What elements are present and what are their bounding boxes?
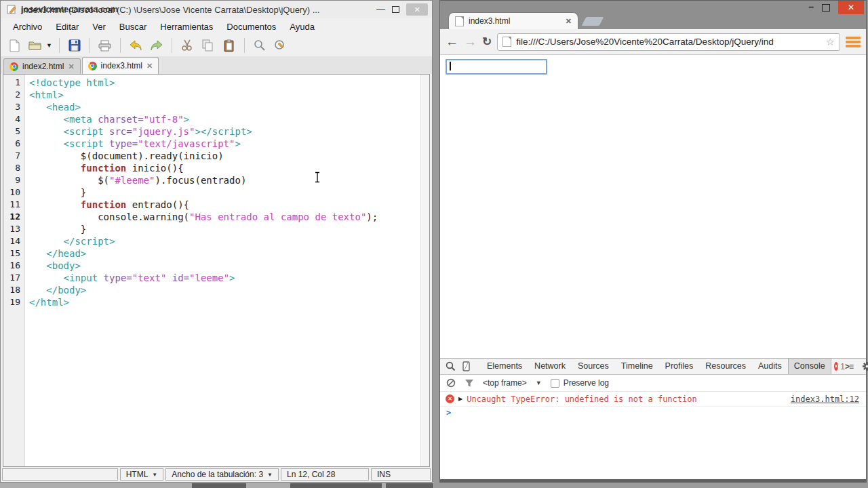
status-language-select[interactable]: HTML ▼ [120, 468, 164, 481]
menu-item-editar[interactable]: Editar [49, 20, 85, 34]
browser-tab[interactable]: index3.html ✕ [448, 12, 578, 29]
toolbar-separator [172, 38, 172, 53]
editor-window-controls: — ✕ [376, 3, 432, 16]
line-number: 12 [3, 211, 24, 223]
menu-item-herramientas[interactable]: Herramientas [153, 20, 220, 34]
code-line-row: 14 </script> [3, 235, 420, 247]
forward-icon[interactable]: → [464, 35, 477, 49]
preserve-log-checkbox[interactable] [551, 379, 559, 388]
open-dropdown-icon[interactable]: ▼ [46, 42, 52, 49]
code-line-text: $(document).ready(inicio) [24, 150, 224, 162]
address-bar[interactable]: file:///C:/Users/Jose%20Vicente%20Carrat… [497, 33, 840, 51]
background-window-fragment [386, 483, 433, 488]
toolbar-separator [59, 38, 60, 53]
back-icon[interactable]: ← [446, 35, 458, 49]
save-icon[interactable] [66, 37, 83, 54]
chevron-down-icon: ▼ [267, 472, 273, 478]
devtools-toolbar: ElementsNetworkSourcesTimelineProfilesRe… [440, 359, 866, 375]
code-line-text: <meta charset="utf-8"> [24, 113, 189, 125]
console-source-link[interactable]: index3.html:12 [791, 394, 859, 404]
code-line-text: } [24, 186, 86, 199]
error-icon: ✕ [446, 394, 454, 403]
menu-item-ayuda[interactable]: Ayuda [283, 20, 321, 34]
preserve-log-label: Preserve log [564, 378, 609, 388]
code-line-row: 16 <body> [3, 260, 420, 272]
code-line-row: 15 </head> [3, 247, 420, 260]
editor-statusbar: HTML ▼ Ancho de la tabulación: 3 ▼ Ln 12… [1, 467, 432, 482]
console-drawer-icon[interactable]: >≡ [845, 362, 853, 371]
devtools-tab-elements[interactable]: Elements [481, 359, 528, 374]
error-badge-icon[interactable]: ✕ [834, 362, 839, 371]
devtools-tab-network[interactable]: Network [528, 359, 572, 374]
copy-icon[interactable] [200, 37, 216, 54]
bookmark-star-icon[interactable]: ☆ [826, 36, 835, 48]
undo-icon[interactable] [127, 37, 144, 54]
devtools-filterbar: <top frame> ▼ Preserve log [440, 375, 866, 392]
devtools-tab-resources[interactable]: Resources [699, 359, 752, 374]
chevron-down-icon[interactable]: ▼ [536, 380, 542, 386]
code-line-text: </body> [24, 284, 86, 296]
toolbar-separator [120, 38, 121, 53]
expand-triangle-icon[interactable]: ▶ [458, 396, 462, 402]
tab-close-icon[interactable]: ✕ [146, 62, 153, 70]
clear-console-icon[interactable] [446, 378, 456, 388]
cut-icon[interactable] [179, 37, 195, 54]
editor-toolbar: ▼ [1, 35, 432, 56]
frame-selector[interactable]: <top frame> [483, 378, 527, 388]
open-file-icon[interactable] [27, 37, 43, 54]
error-count[interactable]: 1 [840, 362, 845, 371]
code-line-row: 11 function entrado(){ [3, 199, 420, 211]
line-number: 2 [3, 89, 24, 101]
devtools-tab-sources[interactable]: Sources [572, 359, 615, 374]
menu-item-ver[interactable]: Ver [85, 20, 113, 34]
tab-close-icon[interactable]: ✕ [68, 62, 74, 71]
page-file-icon [455, 16, 464, 26]
status-tab-width-select[interactable]: Ancho de la tabulación: 3 ▼ [165, 468, 279, 481]
code-line-text: function entrado(){ [24, 199, 189, 211]
browser-window: index3.html ✕ – ✕ ← → ↻ file:///C:/Users… [439, 0, 867, 483]
console-error-message: Uncaught TypeError: undefined is not a f… [467, 394, 697, 404]
devtools-tab-console[interactable]: Console [788, 359, 831, 374]
minimize-button[interactable]: – [808, 1, 814, 13]
tab-close-icon[interactable]: ✕ [566, 17, 572, 26]
code-line-text: } [24, 223, 86, 235]
maximize-button[interactable] [822, 4, 830, 12]
editor-tab-index3.html[interactable]: index3.html✕ [82, 57, 159, 74]
inspect-element-icon[interactable] [446, 361, 456, 371]
filter-funnel-icon[interactable] [465, 379, 474, 388]
devtools-tab-profiles[interactable]: Profiles [659, 359, 700, 374]
editor-tab-index2.html[interactable]: index2.html✕ [3, 58, 81, 74]
html-file-icon [9, 62, 18, 71]
close-button[interactable]: ✕ [838, 1, 864, 14]
reload-icon[interactable]: ↻ [482, 35, 492, 49]
code-line-text: <script src="jquery.js"></script> [24, 125, 252, 138]
menu-item-buscar[interactable]: Buscar [113, 20, 153, 34]
code-editor[interactable]: 1<!doctype html>2<html>3 <head>4 <meta c… [3, 74, 430, 467]
find-replace-icon[interactable] [273, 37, 289, 54]
devtools-tab-timeline[interactable]: Timeline [615, 359, 659, 374]
line-number: 19 [3, 296, 24, 308]
minimize-button[interactable]: — [376, 3, 385, 16]
devtools-tab-audits[interactable]: Audits [752, 359, 788, 374]
maximize-button[interactable] [392, 6, 399, 13]
page-text-input[interactable] [446, 59, 547, 75]
print-icon[interactable] [97, 37, 113, 54]
editor-tabbar: index2.html✕index3.html✕ [1, 56, 432, 74]
close-button[interactable]: ✕ [406, 3, 428, 16]
editor-scrollbar[interactable] [420, 75, 429, 466]
code-line-text: $("#leeme").focus(entrado) [24, 174, 246, 186]
toolbar-separator [90, 38, 90, 53]
device-mode-icon[interactable] [462, 361, 470, 371]
menu-hamburger-icon[interactable] [846, 37, 861, 47]
menu-item-archivo[interactable]: Archivo [6, 20, 49, 34]
find-icon[interactable] [252, 37, 268, 54]
new-file-icon[interactable] [6, 37, 22, 54]
editor-tab-label: index2.html [22, 62, 64, 71]
settings-gear-icon[interactable] [862, 361, 868, 371]
new-tab-button[interactable] [582, 17, 604, 26]
devtools-panel: ElementsNetworkSourcesTimelineProfilesRe… [440, 358, 866, 479]
console-prompt-row[interactable]: > [440, 407, 866, 419]
menu-item-documentos[interactable]: Documentos [220, 20, 283, 34]
redo-icon[interactable] [149, 37, 165, 54]
paste-icon[interactable] [221, 37, 237, 54]
